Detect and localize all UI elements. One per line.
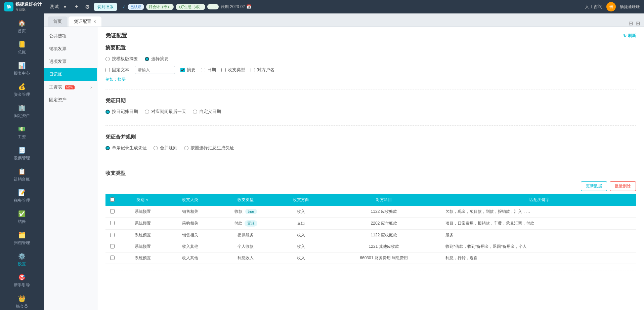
topbar-plus-btn[interactable]: + <box>73 3 81 11</box>
table-header-check[interactable] <box>105 194 119 206</box>
sidebar-item-assets[interactable]: 🏢 固定资产 <box>0 101 44 122</box>
sidebar-item-label: 首页 <box>18 28 26 34</box>
party-checkbox[interactable]: 对方户名 <box>251 67 274 73</box>
sidebar-item-settings[interactable]: ⚙️ 设置 <box>0 249 44 270</box>
sub-sidebar-payroll[interactable]: 工资表 NEW › <box>44 81 97 93</box>
sidebar-item-invoice[interactable]: 🧾 发票管理 <box>0 143 44 164</box>
refresh-btn[interactable]: ↻ 刷新 <box>623 33 636 39</box>
tab-minimize-icon[interactable]: ⊟ <box>629 20 633 27</box>
merge-radio-summary[interactable]: 按照选择汇总生成凭证 <box>184 145 234 151</box>
summary-checkbox[interactable]: 摘要 <box>180 67 196 73</box>
expand-icon: › <box>90 85 92 90</box>
sidebar-item-archive[interactable]: 🗂️ 归档管理 <box>0 228 44 249</box>
merge-radio-single[interactable]: 单条记录生成凭证 <box>105 145 147 151</box>
user-avatar[interactable]: 畅 <box>606 2 616 11</box>
row-account: 2202 应付账款 <box>325 218 443 230</box>
sidebar-item-label: 税务管理 <box>14 198 30 203</box>
date-checkbox[interactable]: 日期 <box>201 67 216 73</box>
sidebar-item-salary[interactable]: 💵 工资 <box>0 122 44 143</box>
row-direction: 支出 <box>277 218 325 230</box>
new-badge: NEW <box>65 85 75 89</box>
logo-text: 畅捷通好会计 <box>15 2 42 7</box>
tab-voucher-config[interactable]: 凭证配置 × <box>69 16 101 27</box>
sidebar-item-ledger[interactable]: 📒 总账 <box>0 37 44 59</box>
tab-voucher-config-label: 凭证配置 <box>74 18 91 25</box>
sidebar-item-label: 设置 <box>18 261 26 267</box>
row-type: 提供服务 <box>214 230 277 241</box>
sidebar-item-funds[interactable]: 💰 资金管理 <box>0 80 44 101</box>
sidebar: 🏠 首页 📒 总账 📊 报表中心 💰 资金管理 🏢 固定资产 💵 工资 🧾 发票… <box>0 13 44 310</box>
home-icon: 🏠 <box>18 20 26 27</box>
sidebar-item-purchase[interactable]: 📋 进销台账 <box>0 164 44 186</box>
type-checkbox[interactable]: 收支类型 <box>221 67 245 73</box>
sidebar-item-label: 固定资产 <box>14 113 30 119</box>
tag-certified: 已认证 <box>128 4 144 10</box>
date-radio-journal[interactable]: 按日记账日期 <box>105 109 138 115</box>
salary-icon: 💵 <box>18 125 26 133</box>
row-category: 系统预置 <box>119 253 167 264</box>
panel-title-row: 凭证配置 ↻ 刷新 <box>105 32 636 39</box>
switch-old-version-btn[interactable]: 切到旧版 <box>94 3 117 11</box>
topbar-company: 测试 <box>50 4 59 10</box>
summary-config-title: 摘要配置 <box>105 45 636 51</box>
row-category: 系统预置 <box>119 218 167 230</box>
row-check[interactable] <box>105 230 119 241</box>
sub-sidebar-fixed-assets[interactable]: 固定资产 <box>44 93 97 106</box>
table-header-big-type: 收支大类 <box>167 194 214 206</box>
sub-sidebar-sales[interactable]: 销项发票 <box>44 42 97 55</box>
row-check[interactable] <box>105 253 119 264</box>
fixed-text-input[interactable] <box>135 66 175 74</box>
page-title: 凭证配置 <box>105 32 127 39</box>
merge-radio-merge[interactable]: 合并规则 <box>154 145 177 151</box>
table-header-direction: 收支方向 <box>277 194 325 206</box>
tab-home[interactable]: 首页 <box>48 16 67 27</box>
date-radio-period-last[interactable]: 对应期间最后一天 <box>145 109 186 115</box>
table-row: 系统预置 采购相关 付款 置顶 支出 2202 应付账款 项目，日常费用，报销款… <box>105 218 636 230</box>
row-check[interactable] <box>105 206 119 218</box>
main-layout: 🏠 首页 📒 总账 📊 报表中心 💰 资金管理 🏢 固定资产 💵 工资 🧾 发票… <box>0 13 644 310</box>
batch-delete-btn[interactable]: 批量删除 <box>610 181 636 191</box>
status-tags: ✓ 已认证 好会计（专） +好生意（标） +… 账期 2023-02 📅 <box>122 4 251 10</box>
sidebar-item-label: 畅会员 <box>16 304 28 309</box>
row-category: 系统预置 <box>119 241 167 253</box>
summary-radio-template[interactable]: 按模板版摘要 <box>105 56 138 62</box>
sub-sidebar-journal[interactable]: 日记账 <box>44 68 97 81</box>
tab-maximize-icon[interactable]: ⊞ <box>636 20 640 27</box>
sidebar-item-member[interactable]: 👑 畅会员 <box>0 292 44 310</box>
row-keywords: 收到*借款，收到*备用金，退回*备用金，个人 <box>443 241 636 253</box>
summary-radio-select[interactable]: 选择摘要 <box>145 56 169 62</box>
update-data-btn[interactable]: 更新数据 <box>581 181 607 191</box>
sidebar-item-label: 发票管理 <box>14 155 30 161</box>
reset-tag[interactable]: 置顶 <box>245 220 257 227</box>
content-area: 首页 凭证配置 × ⊟ ⊞ 公共选项 销项发票 进项发 <box>44 13 644 310</box>
sidebar-item-tax[interactable]: 📝 税务管理 <box>0 186 44 207</box>
row-type: 付款 置顶 <box>214 218 277 230</box>
guide-icon: 🎯 <box>18 274 26 281</box>
sidebar-item-report[interactable]: 📊 报表中心 <box>0 59 44 80</box>
tab-close-icon[interactable]: × <box>93 19 96 24</box>
tab-actions: ⊟ ⊞ <box>629 20 640 27</box>
app-logo: 畅 畅捷通好会计 专业版 <box>4 2 42 12</box>
settings-icon: ⚙️ <box>18 253 26 260</box>
date-radio-custom[interactable]: 自定义日期 <box>193 109 221 115</box>
reset-tag[interactable]: true <box>245 209 257 214</box>
sidebar-item-guide[interactable]: 🎯 新手引导 <box>0 270 44 292</box>
sidebar-item-home[interactable]: 🏠 首页 <box>0 16 44 37</box>
settle-icon: ✅ <box>18 210 26 218</box>
row-account: 1221 其他应收款 <box>325 241 443 253</box>
row-category: 系统预置 <box>119 230 167 241</box>
row-big-type: 收入其他 <box>167 253 214 264</box>
main-panel: 凭证配置 ↻ 刷新 摘要配置 按模板版摘要 选择摘要 <box>97 27 644 310</box>
topbar-company-arrow[interactable]: ▼ <box>63 4 67 9</box>
row-check[interactable] <box>105 241 119 253</box>
row-check[interactable] <box>105 218 119 230</box>
fixed-text-checkbox[interactable]: 固定文本 <box>105 67 129 73</box>
table-header: 类别 ∨ 收支大类 收支类型 收支方向 对方科目 匹配关键字 <box>105 194 636 206</box>
consult-btn[interactable]: 人工咨询 <box>585 4 602 10</box>
table-row: 系统预置 收入其他 利息收入 收入 660301 财务费用 利息费用 利息，行转… <box>105 253 636 264</box>
sub-sidebar-purchase-invoice[interactable]: 进项发票 <box>44 55 97 68</box>
income-expense-table: 类别 ∨ 收支大类 收支类型 收支方向 对方科目 匹配关键字 <box>105 194 636 264</box>
sub-sidebar-public[interactable]: 公共选项 <box>44 30 97 42</box>
sidebar-item-settle[interactable]: ✅ 结账 <box>0 207 44 228</box>
topbar-settings-btn[interactable]: ⚙ <box>83 3 91 11</box>
